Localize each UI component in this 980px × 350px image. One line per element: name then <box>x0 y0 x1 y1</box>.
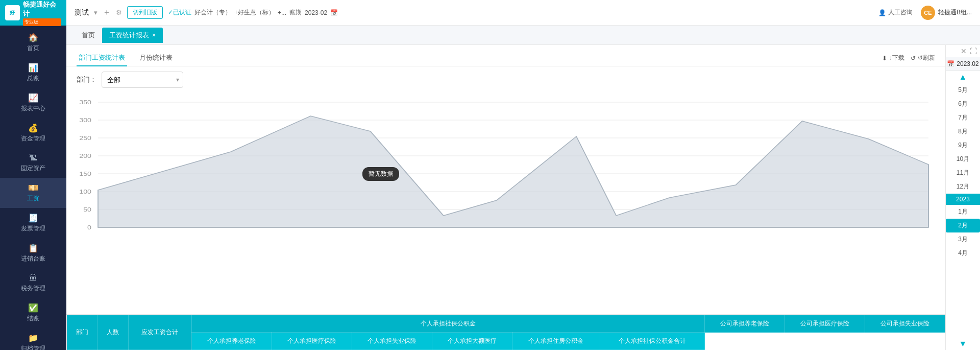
funds-icon: 💰 <box>28 123 38 133</box>
sidebar-item-home[interactable]: 🏠 首页 <box>0 28 66 58</box>
sub-tab-month[interactable]: 月份统计表 <box>137 50 175 66</box>
ledger-icon: 📊 <box>28 63 38 73</box>
sub-tab-dept[interactable]: 部门工资统计表 <box>77 50 127 66</box>
assets-icon: 🏗 <box>29 153 37 162</box>
year-up-button[interactable]: ▲ <box>958 72 968 82</box>
sidebar: 好 畅捷通好会计 专业版 🏠 首页 📊 总账 📈 报表中心 💰 资金管理 🏗 固… <box>0 0 66 350</box>
month-1[interactable]: 1月 <box>946 205 980 219</box>
col-company-med: 公司承担医疗保险 <box>785 315 865 333</box>
sub-tabs-actions: ⬇ ↓下载 ↺ ↺刷新 <box>882 54 935 62</box>
date-panel-title: 2023.02 <box>957 60 978 67</box>
logo-icon: 好 <box>5 5 20 20</box>
month-11[interactable]: 11月 <box>946 166 980 180</box>
period-value: 2023-02 <box>305 9 327 16</box>
month-9[interactable]: 9月 <box>946 138 980 152</box>
topbar-title: 测试 <box>75 8 89 17</box>
year-2023[interactable]: 2023 <box>946 194 980 205</box>
month-12[interactable]: 12月 <box>946 180 980 194</box>
col-personal-bigmed: 个人承担大额医疗 <box>432 333 512 350</box>
app-logo: 好 畅捷通好会计 专业版 <box>0 0 66 26</box>
refresh-icon: ↺ <box>911 55 916 62</box>
dept-select-wrapper: 全部 部门A 部门B ▾ <box>102 72 183 88</box>
tab-close-button[interactable]: × <box>152 32 156 39</box>
month-8[interactable]: 8月 <box>946 125 980 138</box>
col-personal-unemp: 个人承担失业保险 <box>352 333 432 350</box>
invoice-icon: 🧾 <box>28 213 38 223</box>
svg-marker-16 <box>98 116 928 227</box>
dropdown-arrow-icon[interactable]: ▾ <box>94 9 97 16</box>
add-button[interactable]: ＋ <box>103 7 111 18</box>
col-total-salary: 应发工资合计 <box>128 315 192 350</box>
svg-text:50: 50 <box>83 206 91 213</box>
help-button[interactable]: 👤 人工咨询 <box>878 8 913 17</box>
tax-icon: 🏛 <box>29 273 37 283</box>
content-main: 部门工资统计表 月份统计表 ⬇ ↓下载 ↺ ↺刷新 部门： <box>66 45 945 350</box>
dept-select[interactable]: 全部 部门A 部门B <box>102 72 183 88</box>
topbar-status: ✓已认证 好会计（专） +好生意（标） +... 账期 2023-02 📅 <box>168 8 338 17</box>
col-personal-med: 个人承担医疗保险 <box>272 333 352 350</box>
sidebar-item-funds[interactable]: 💰 资金管理 <box>0 118 66 148</box>
sub-tabs: 部门工资统计表 月份统计表 ⬇ ↓下载 ↺ ↺刷新 <box>66 45 945 66</box>
month-10[interactable]: 10月 <box>946 152 980 166</box>
col-company-unemp: 公司承担失业保险 <box>865 315 945 333</box>
period-label: 账期 <box>289 8 302 17</box>
month-list: 5月 6月 7月 8月 9月 10月 11月 12月 2023 1月 2月 3月… <box>946 83 980 338</box>
salary-table: 部门 人数 应发工资合计 个人承担社保公积金 公司承担养老保险 公司承担医疗保险… <box>66 315 945 350</box>
switch-old-version-button[interactable]: 切到旧版 <box>127 6 163 19</box>
salary-chart: 350 300 250 200 150 100 50 0 <box>71 98 935 241</box>
sidebar-nav: 🏠 首页 📊 总账 📈 报表中心 💰 资金管理 🏗 固定资产 💴 工资 🧾 发票… <box>0 26 66 350</box>
main-area: 测试 ▾ ＋ ⚙ 切到旧版 ✓已认证 好会计（专） +好生意（标） +... 账… <box>66 0 980 350</box>
sidebar-item-ledger[interactable]: 📊 总账 <box>0 58 66 88</box>
col-people: 人数 <box>97 315 128 350</box>
right-date-panel: ✕ ⛶ 📅 2023.02 ▲ 5月 6月 7月 8月 9月 10月 11月 1… <box>945 45 980 350</box>
sidebar-item-archive[interactable]: 📁 归档管理 <box>0 328 66 350</box>
col-personal-old: 个人承担养老保险 <box>192 333 272 350</box>
download-button[interactable]: ⬇ ↓下载 <box>882 54 904 62</box>
salary-icon: 💴 <box>28 183 38 193</box>
month-6[interactable]: 6月 <box>946 97 980 111</box>
sidebar-item-assets[interactable]: 🏗 固定资产 <box>0 148 66 178</box>
sidebar-item-tax[interactable]: 🏛 税务管理 <box>0 268 66 298</box>
sidebar-item-sales[interactable]: 📋 进销台账 <box>0 238 66 268</box>
table-section: 部门 人数 应发工资合计 个人承担社保公积金 公司承担养老保险 公司承担医疗保险… <box>66 314 945 350</box>
date-panel-header: 📅 2023.02 <box>946 57 980 71</box>
dept-filter-label: 部门： <box>77 75 96 84</box>
year-down-button[interactable]: ▼ <box>958 339 968 349</box>
month-7[interactable]: 7月 <box>946 111 980 125</box>
month-2-active[interactable]: 2月 <box>946 219 980 232</box>
gear-icon[interactable]: ⚙ <box>116 9 122 16</box>
svg-text:200: 200 <box>79 153 91 159</box>
panel-expand-icon[interactable]: ⛶ <box>970 47 977 55</box>
sidebar-item-close[interactable]: ✅ 结账 <box>0 298 66 328</box>
panel-close-icon[interactable]: ✕ <box>961 47 967 55</box>
svg-text:300: 300 <box>79 117 91 124</box>
col-personal-group: 个人承担社保公积金 <box>192 315 705 333</box>
sidebar-item-reports[interactable]: 📈 报表中心 <box>0 88 66 118</box>
tab-salary-report[interactable]: 工资统计报表 × <box>102 28 163 43</box>
month-5[interactable]: 5月 <box>946 83 980 97</box>
content-area: 部门工资统计表 月份统计表 ⬇ ↓下载 ↺ ↺刷新 部门： <box>66 45 980 350</box>
svg-text:100: 100 <box>79 189 91 195</box>
calendar-icon[interactable]: 📅 <box>330 9 338 16</box>
year-nav: ▲ <box>946 71 980 83</box>
month-3[interactable]: 3月 <box>946 232 980 246</box>
logo-text: 畅捷通好会计 专业版 <box>23 0 61 26</box>
col-personal-total: 个人承担社保公积金合计 <box>600 333 705 350</box>
svg-text:350: 350 <box>79 99 91 106</box>
month-4[interactable]: 4月 <box>946 246 980 260</box>
user-area[interactable]: CE 轻捷通B组... <box>921 6 972 20</box>
reports-icon: 📈 <box>28 93 38 103</box>
active-tab-label: 工资统计报表 <box>109 31 149 40</box>
sidebar-item-invoice[interactable]: 🧾 发票管理 <box>0 208 66 238</box>
sidebar-item-salary[interactable]: 💴 工资 <box>0 178 66 208</box>
tab-home[interactable]: 首页 <box>75 27 102 44</box>
certified-status: ✓已认证 <box>168 8 191 17</box>
avatar: CE <box>921 6 935 20</box>
svg-text:250: 250 <box>79 135 91 142</box>
calendar-small-icon: 📅 <box>947 60 954 67</box>
col-personal-housing: 个人承担住房公积金 <box>512 333 600 350</box>
more-status: +... <box>278 9 286 16</box>
business-status: +好生意（标） <box>234 8 275 17</box>
refresh-button[interactable]: ↺ ↺刷新 <box>911 54 935 62</box>
logo-badge: 专业版 <box>23 18 61 26</box>
